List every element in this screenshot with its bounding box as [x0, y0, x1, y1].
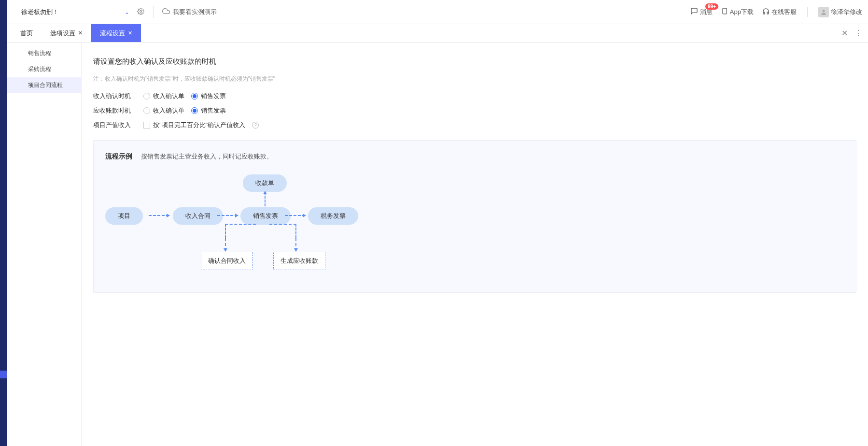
- more-tabs-icon[interactable]: ⋮: [854, 29, 862, 38]
- badge: 99+: [705, 3, 718, 10]
- help-icon[interactable]: ?: [252, 122, 259, 129]
- messages-button[interactable]: 消息 99+: [690, 7, 713, 16]
- tab-home-label: 首页: [20, 29, 33, 38]
- radio-icon: [191, 93, 198, 100]
- user-menu[interactable]: 徐泽华修改: [818, 7, 862, 17]
- arrow-line: [269, 224, 296, 238]
- radio-income-confirm[interactable]: 收入确认单: [143, 92, 184, 101]
- left-nav-strip: [0, 0, 7, 446]
- app-download-label: App下载: [730, 8, 754, 16]
- setting-row-project-output: 项目产值收入 按"项目完工百分比"确认产值收入 ?: [93, 121, 856, 129]
- node-confirm-income: 确认合同收入: [201, 252, 253, 270]
- arrow-line: [225, 224, 256, 238]
- phone-icon: [721, 8, 728, 16]
- tabs-bar: 首页 选项设置 ✕ 流程设置 ✕ ✕ ⋮: [7, 24, 868, 43]
- tab-home[interactable]: 首页: [12, 24, 42, 42]
- left-strip-indicator: [0, 371, 7, 378]
- node-gen-receivable: 生成应收账款: [273, 252, 325, 270]
- svg-rect-1: [723, 8, 727, 14]
- chevron-down-icon: ⌄: [125, 9, 129, 15]
- setting-row-receivable-timing: 应收账款时机 收入确认单 销售发票: [93, 106, 856, 115]
- support-label: 在线客服: [771, 8, 797, 16]
- header-right: 消息 99+ App下载 在线客服 徐泽华修改: [690, 7, 862, 17]
- divider: [153, 6, 154, 18]
- demo-link-label: 我要看实例演示: [173, 8, 217, 16]
- tab-option-settings[interactable]: 选项设置 ✕: [42, 24, 91, 42]
- radio-label: 销售发票: [201, 106, 226, 115]
- close-all-icon[interactable]: ✕: [841, 29, 848, 38]
- divider: [807, 7, 808, 17]
- page-title: 请设置您的收入确认及应收账款的时机: [93, 57, 856, 66]
- svg-point-0: [140, 10, 142, 12]
- arrow: [225, 238, 226, 251]
- radio-income-confirm-2[interactable]: 收入确认单: [143, 106, 184, 115]
- radio-label: 收入确认单: [153, 92, 184, 101]
- tab-flow-label: 流程设置: [100, 29, 125, 38]
- app-download-button[interactable]: App下载: [721, 8, 754, 16]
- note: 注：收入确认时机为"销售发票"时，应收账款确认时机必须为"销售发票": [93, 75, 856, 83]
- arrow: [285, 215, 305, 216]
- flow-example-box: 流程示例 按销售发票记主营业务收入，同时记应收账款。 收款单 项目 收入合同 销…: [93, 140, 856, 293]
- support-button[interactable]: 在线客服: [762, 8, 797, 16]
- gear-icon[interactable]: [137, 8, 144, 16]
- sidebar-item-project[interactable]: 项目合同流程: [7, 77, 81, 93]
- headset-icon: [762, 8, 770, 16]
- checkbox-icon: [143, 122, 150, 129]
- message-icon: [690, 7, 698, 16]
- radio-icon: [143, 107, 150, 114]
- radio-sales-invoice[interactable]: 销售发票: [191, 92, 226, 101]
- svg-point-3: [823, 10, 825, 12]
- label-project-output: 项目产值收入: [93, 121, 137, 129]
- avatar-icon: [818, 7, 829, 17]
- flow-desc: 按销售发票记主营业务收入，同时记应收账款。: [141, 152, 273, 161]
- radio-sales-invoice-2[interactable]: 销售发票: [191, 106, 226, 115]
- body: 销售流程 采购流程 项目合同流程 请设置您的收入确认及应收账款的时机 注：收入确…: [7, 43, 868, 446]
- tab-option-label: 选项设置: [50, 29, 75, 38]
- radio-icon: [143, 93, 150, 100]
- sidebar: 销售流程 采购流程 项目合同流程: [7, 43, 82, 446]
- node-receipt: 收款单: [243, 174, 287, 192]
- setting-row-income-timing: 收入确认时机 收入确认单 销售发票: [93, 92, 856, 101]
- radio-label: 销售发票: [201, 92, 226, 101]
- node-tax-invoice: 税务发票: [308, 207, 358, 225]
- radio-icon: [191, 107, 198, 114]
- company-name: 徐老板勿删！: [21, 8, 59, 16]
- arrow: [265, 192, 266, 206]
- flow-diagram: 收款单 项目 收入合同 销售发票 税务发票 确认合同收入 生成应收账款: [105, 174, 844, 281]
- main-content: 请设置您的收入确认及应收账款的时机 注：收入确认时机为"销售发票"时，应收账款确…: [82, 43, 868, 446]
- arrow: [149, 215, 169, 216]
- flow-title: 流程示例: [105, 152, 132, 161]
- node-income-contract: 收入合同: [173, 207, 223, 225]
- label-receivable-timing: 应收账款时机: [93, 106, 137, 115]
- sidebar-item-purchase[interactable]: 采购流程: [7, 61, 81, 77]
- node-sales-invoice: 销售发票: [240, 207, 291, 225]
- arrow: [295, 238, 296, 251]
- demo-link[interactable]: 我要看实例演示: [162, 7, 217, 16]
- arrow: [217, 215, 238, 216]
- radio-label: 收入确认单: [153, 106, 184, 115]
- company-selector[interactable]: 徐老板勿删！ ⌄: [17, 6, 133, 18]
- cloud-icon: [162, 7, 170, 16]
- sidebar-item-sales[interactable]: 销售流程: [7, 45, 81, 61]
- checkbox-label: 按"项目完工百分比"确认产值收入: [153, 121, 245, 129]
- node-project: 项目: [105, 207, 143, 225]
- tab-flow-settings[interactable]: 流程设置 ✕: [91, 24, 141, 42]
- checkbox-completion-percent[interactable]: 按"项目完工百分比"确认产值收入: [143, 121, 245, 129]
- label-income-timing: 收入确认时机: [93, 92, 137, 101]
- close-icon[interactable]: ✕: [128, 30, 132, 36]
- close-icon[interactable]: ✕: [78, 30, 83, 36]
- top-header: 徐老板勿删！ ⌄ 我要看实例演示 消息 99+ App下载: [7, 0, 868, 24]
- username: 徐泽华修改: [831, 8, 862, 16]
